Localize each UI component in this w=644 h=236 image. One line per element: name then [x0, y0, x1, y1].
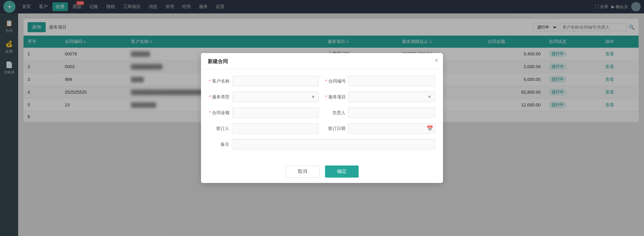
input-customer-name[interactable]: [232, 76, 319, 86]
form-group-sign-date: 签订日期 2023-06-06 📅: [325, 123, 435, 134]
form-row-2: 服务类型 ▼ 服务项目: [209, 92, 435, 102]
form-group-service-type: 服务类型 ▼: [209, 92, 319, 102]
form-row-4: 签订人 签订日期 2023-06-06 📅: [209, 123, 435, 134]
label-amount: 合同金额: [209, 110, 230, 116]
label-contract-no: 合同编号: [325, 78, 346, 84]
content-area: 新增 服务项目 进行中 已完成 已终止 🔍 序号 合同编: [18, 13, 644, 236]
modal-title: 新建合同: [208, 58, 228, 64]
input-signer[interactable]: [232, 123, 319, 134]
form-group-responsible: 负责人: [325, 107, 435, 118]
label-remark: 备注: [209, 141, 229, 147]
form-row-1: 客户名称 合同编号: [209, 76, 435, 86]
label-customer: 客户名称: [209, 78, 230, 84]
form-group-contract-no: 合同编号: [325, 76, 435, 86]
main-layout: 📋 合同 💰 收费 📄 对账单 新增 服务项目 进行中 已完成 已终止: [0, 13, 644, 236]
label-sign-date: 签订日期: [325, 126, 346, 132]
service-item-select-wrap: ▼: [349, 92, 435, 102]
form-row-3: 合同金额 0.00 负责人: [209, 107, 435, 118]
form-group-remark: 备注: [209, 139, 435, 149]
label-responsible: 负责人: [325, 110, 346, 116]
form-group-signer: 签订人: [209, 123, 319, 134]
label-signer: 签订人: [209, 126, 229, 132]
input-sign-date[interactable]: 2023-06-06: [352, 124, 425, 133]
input-contract-no[interactable]: [349, 76, 435, 86]
label-service-type: 服务类型: [209, 94, 230, 100]
label-service-item: 服务项目: [325, 94, 346, 100]
modal-close-button[interactable]: ×: [435, 57, 438, 64]
select-service-type[interactable]: [232, 92, 319, 102]
confirm-button[interactable]: 确定: [325, 166, 359, 178]
cancel-button[interactable]: 取消: [285, 166, 320, 178]
input-responsible[interactable]: [348, 107, 435, 118]
modal-body: 客户名称 合同编号 服务类型: [201, 69, 443, 161]
service-type-select-wrap: ▼: [232, 92, 319, 102]
input-amount[interactable]: 0.00: [232, 107, 319, 118]
select-service-item[interactable]: [349, 92, 435, 102]
form-row-5: 备注: [209, 139, 435, 149]
calendar-icon[interactable]: 📅: [427, 125, 433, 132]
form-group-customer: 客户名称: [209, 76, 319, 86]
input-remark[interactable]: [232, 139, 435, 149]
new-contract-modal: 新建合同 × 客户名称 合同编号: [201, 53, 443, 183]
modal-footer: 取消 确定: [201, 161, 443, 183]
form-group-amount: 合同金额 0.00: [209, 107, 319, 118]
modal-overlay: 新建合同 × 客户名称 合同编号: [18, 13, 644, 236]
modal-header: 新建合同 ×: [201, 53, 443, 69]
date-input-wrap: 2023-06-06 📅: [348, 123, 435, 134]
form-group-service-item: 服务项目 ▼: [325, 92, 435, 102]
